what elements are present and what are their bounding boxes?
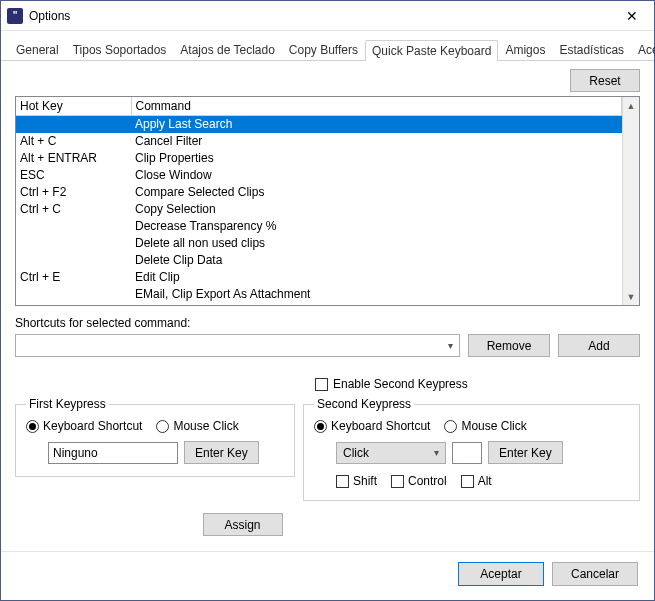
second-click-combo[interactable]: Click ▾ bbox=[336, 442, 446, 464]
chevron-down-icon: ▾ bbox=[434, 447, 439, 458]
second-keypress-legend: Second Keypress bbox=[314, 397, 414, 411]
shortcuts-label: Shortcuts for selected command: bbox=[15, 316, 640, 330]
shortcuts-dropdown[interactable]: ▾ bbox=[15, 334, 460, 357]
tab-atajos-de-teclado[interactable]: Atajos de Teclado bbox=[173, 39, 282, 60]
ok-button[interactable]: Aceptar bbox=[458, 562, 544, 586]
first-mouse-radio[interactable] bbox=[156, 420, 169, 433]
table-row[interactable]: Ctrl + F2Compare Selected Clips bbox=[16, 184, 622, 201]
tab-acerca-de[interactable]: Acerca de bbox=[631, 39, 655, 60]
first-keypress-group: First Keypress Keyboard Shortcut Mouse C… bbox=[15, 397, 295, 477]
control-checkbox[interactable] bbox=[391, 475, 404, 488]
second-kb-radio[interactable] bbox=[314, 420, 327, 433]
alt-checkbox[interactable] bbox=[461, 475, 474, 488]
tab-copy-buffers[interactable]: Copy Buffers bbox=[282, 39, 365, 60]
assign-button[interactable]: Assign bbox=[203, 513, 283, 536]
first-keypress-legend: First Keypress bbox=[26, 397, 109, 411]
tab-tipos-soportados[interactable]: Tipos Soportados bbox=[66, 39, 174, 60]
first-mouse-radio-label[interactable]: Mouse Click bbox=[156, 419, 238, 433]
first-key-input[interactable] bbox=[48, 442, 178, 464]
second-enterkey-button[interactable]: Enter Key bbox=[488, 441, 563, 464]
shift-checkbox[interactable] bbox=[336, 475, 349, 488]
scroll-down-icon[interactable]: ▼ bbox=[623, 288, 639, 305]
shortcut-table: Hot Key Command Apply Last SearchAlt + C… bbox=[15, 96, 640, 306]
table-row[interactable]: Ctrl + EEdit Clip bbox=[16, 269, 622, 286]
scroll-up-icon[interactable]: ▲ bbox=[623, 97, 639, 114]
second-kb-radio-label[interactable]: Keyboard Shortcut bbox=[314, 419, 430, 433]
tab-strip: GeneralTipos SoportadosAtajos de Teclado… bbox=[1, 37, 654, 61]
reset-button[interactable]: Reset bbox=[570, 69, 640, 92]
tab-estadísticas[interactable]: Estadísticas bbox=[552, 39, 631, 60]
table-row[interactable]: Alt + CCancel Filter bbox=[16, 133, 622, 150]
remove-button[interactable]: Remove bbox=[468, 334, 550, 357]
table-row[interactable]: Ctrl + CCopy Selection bbox=[16, 201, 622, 218]
table-row[interactable]: Alt + ENTRARClip Properties bbox=[16, 150, 622, 167]
table-row[interactable]: Decrease Transparency % bbox=[16, 218, 622, 235]
table-scrollbar[interactable]: ▲ ▼ bbox=[622, 97, 639, 305]
options-window: " Options ✕ GeneralTipos SoportadosAtajo… bbox=[0, 0, 655, 601]
cancel-button[interactable]: Cancelar bbox=[552, 562, 638, 586]
tab-quick-paste-keyboard[interactable]: Quick Paste Keyboard bbox=[365, 40, 498, 61]
enable-second-checkbox[interactable] bbox=[315, 378, 328, 391]
table-row[interactable]: Delete Clip Data bbox=[16, 252, 622, 269]
second-mouse-radio[interactable] bbox=[444, 420, 457, 433]
content-area: Reset ↖ Hot Key Command Apply Last Searc… bbox=[1, 61, 654, 551]
tab-general[interactable]: General bbox=[9, 39, 66, 60]
first-kb-radio-label[interactable]: Keyboard Shortcut bbox=[26, 419, 142, 433]
second-mouse-radio-label[interactable]: Mouse Click bbox=[444, 419, 526, 433]
second-keypress-group: Second Keypress Keyboard Shortcut Mouse … bbox=[303, 397, 640, 501]
first-enterkey-button[interactable]: Enter Key bbox=[184, 441, 259, 464]
table-row[interactable]: ESCClose Window bbox=[16, 167, 622, 184]
table-row[interactable]: Delete all non used clips bbox=[16, 235, 622, 252]
titlebar: " Options ✕ bbox=[1, 1, 654, 31]
table-row[interactable]: Apply Last Search bbox=[16, 116, 622, 133]
enable-second-label: Enable Second Keypress bbox=[333, 377, 468, 391]
app-icon: " bbox=[7, 8, 23, 24]
tab-amigos[interactable]: Amigos bbox=[498, 39, 552, 60]
second-extra-input[interactable] bbox=[452, 442, 482, 464]
dialog-footer: Aceptar Cancelar bbox=[1, 551, 654, 600]
table-row[interactable]: EMail, Clip Export As Attachment bbox=[16, 286, 622, 303]
chevron-down-icon: ▾ bbox=[448, 340, 453, 351]
window-title: Options bbox=[29, 9, 610, 23]
first-kb-radio[interactable] bbox=[26, 420, 39, 433]
col-hotkey[interactable]: Hot Key bbox=[16, 97, 131, 116]
col-command[interactable]: Command bbox=[131, 97, 622, 116]
close-button[interactable]: ✕ bbox=[610, 1, 654, 31]
add-button[interactable]: Add bbox=[558, 334, 640, 357]
